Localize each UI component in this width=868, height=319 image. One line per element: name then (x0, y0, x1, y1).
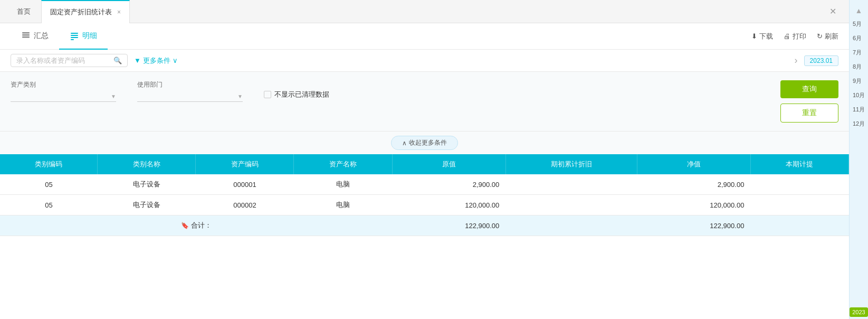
total-icon: 🔖 (181, 222, 189, 229)
active-tab-label: 固定资产折旧统计表 (50, 7, 112, 17)
sidebar-month[interactable]: 9月 (853, 74, 865, 88)
advanced-filter: 资产类别 ▼ 使用部门 ▼ 不显示已清理数据 查询 重置 (0, 72, 849, 132)
tab-summary-label: 汇总 (34, 31, 49, 41)
expand-right-icon[interactable]: › (795, 55, 798, 66)
window-close-button[interactable]: ✕ (825, 4, 841, 18)
svg-rect-0 (22, 34, 30, 36)
total-original: 122,900.00 (392, 215, 505, 236)
svg-rect-2 (22, 32, 30, 34)
col-category-code: 类别编码 (0, 154, 98, 174)
query-button[interactable]: 查询 (780, 80, 838, 98)
cell-current-provision (750, 195, 848, 215)
sidebar-year-badge[interactable]: 2023 (850, 307, 867, 317)
more-filter-button[interactable]: ▼ 更多条件 ∨ (134, 56, 178, 65)
cell-asset-code: 000002 (196, 195, 294, 215)
table-container: 类别编码 类别名称 资产编码 资产名称 原值 期初累计折旧 净值 本期计提 05… (0, 154, 849, 319)
total-label: 🔖合计： (0, 215, 392, 236)
tab-active[interactable]: 固定资产折旧统计表 × (41, 0, 130, 23)
asset-category-label: 资产类别 (11, 80, 116, 89)
svg-rect-4 (71, 35, 78, 36)
svg-rect-6 (71, 39, 74, 40)
tab-detail[interactable]: 明细 (59, 23, 108, 50)
print-label: 打印 (793, 32, 806, 41)
collapse-label: 收起更多条件 (409, 138, 447, 147)
download-button[interactable]: ⬇ 下载 (751, 32, 773, 41)
cell-accumulated (505, 174, 637, 195)
col-category-name: 类别名称 (98, 154, 196, 174)
layers-icon (21, 31, 31, 41)
col-asset-code: 资产编码 (196, 154, 294, 174)
total-row: 🔖合计： 122,900.00 122,900.00 (0, 215, 849, 236)
hide-cleared-row: 不显示已清理数据 (264, 90, 329, 99)
reset-button[interactable]: 重置 (780, 104, 838, 123)
svg-rect-3 (71, 33, 78, 34)
cell-accumulated (505, 195, 637, 215)
sidebar-month[interactable]: 5月 (853, 17, 865, 31)
download-label: 下载 (759, 32, 773, 41)
tab-summary[interactable]: 汇总 (11, 23, 59, 50)
date-badge: 2023.01 (804, 55, 838, 66)
asset-category-field: 资产类别 ▼ (11, 80, 116, 102)
col-accumulated-depreciation: 期初累计折旧 (505, 154, 637, 174)
cell-current-provision (750, 174, 848, 195)
filter-bar: 🔍 ▼ 更多条件 ∨ › 2023.01 (0, 50, 849, 72)
detail-icon (70, 31, 79, 41)
action-buttons: 查询 重置 (780, 80, 838, 123)
col-asset-name: 资产名称 (294, 154, 392, 174)
sidebar-month[interactable]: 7月 (853, 45, 865, 60)
svg-rect-1 (22, 36, 30, 38)
tab-close-icon[interactable]: × (117, 8, 121, 16)
svg-rect-5 (71, 37, 78, 38)
chevron-up-icon: ∧ (402, 139, 407, 147)
use-department-field: 使用部门 ▼ (137, 80, 243, 102)
col-net-value: 净值 (637, 154, 750, 174)
print-button[interactable]: 🖨 打印 (784, 32, 806, 41)
tab-home[interactable]: 首页 (8, 0, 39, 23)
asset-category-arrow: ▼ (111, 93, 116, 99)
table-row[interactable]: 05 电子设备 000002 电脑 120,000.00 120,000.00 (0, 195, 849, 215)
sidebar-month[interactable]: 12月 (853, 117, 865, 131)
search-icon[interactable]: 🔍 (113, 57, 122, 64)
cell-original-value: 2,900.00 (392, 174, 505, 195)
toolbar-right: ⬇ 下载 🖨 打印 ↻ 刷新 (751, 32, 838, 41)
col-current-provision: 本期计提 (750, 154, 848, 174)
sidebar-nav-up-icon[interactable]: ▲ (855, 4, 863, 17)
asset-category-select[interactable]: ▼ (11, 91, 116, 102)
refresh-label: 刷新 (825, 32, 838, 41)
cell-category-code: 05 (0, 174, 98, 195)
sidebar-month[interactable]: 10月 (853, 88, 865, 102)
sub-tab-bar: 汇总 明细 ⬇ 下载 🖨 打印 ↻ (0, 23, 849, 50)
cell-asset-name: 电脑 (294, 195, 392, 215)
total-net: 122,900.00 (637, 215, 750, 236)
sidebar-month[interactable]: 8月 (853, 60, 865, 74)
right-sidebar: ▲ 5月6月7月8月9月10月11月12月 2023 (849, 0, 868, 319)
sidebar-month[interactable]: 6月 (853, 31, 865, 45)
cell-asset-name: 电脑 (294, 174, 392, 195)
cell-category-name: 电子设备 (98, 174, 196, 195)
refresh-button[interactable]: ↻ 刷新 (817, 32, 838, 41)
search-input[interactable] (16, 57, 111, 64)
cell-category-name: 电子设备 (98, 195, 196, 215)
use-department-select[interactable]: ▼ (137, 91, 243, 102)
table-row[interactable]: 05 电子设备 000001 电脑 2,900.00 2,900.00 (0, 174, 849, 195)
use-department-arrow: ▼ (237, 93, 243, 99)
col-original-value: 原值 (392, 154, 505, 174)
cell-net-value: 120,000.00 (637, 195, 750, 215)
cell-category-code: 05 (0, 195, 98, 215)
refresh-icon: ↻ (817, 32, 823, 40)
tab-detail-label: 明细 (82, 31, 97, 41)
total-current (750, 215, 848, 236)
table-header-row: 类别编码 类别名称 资产编码 资产名称 原值 期初累计折旧 净值 本期计提 (0, 154, 849, 174)
data-table: 类别编码 类别名称 资产编码 资产名称 原值 期初累计折旧 净值 本期计提 05… (0, 154, 849, 236)
filter-icon: ▼ (134, 57, 141, 64)
collapse-button[interactable]: ∧ 收起更多条件 (391, 136, 458, 150)
download-icon: ⬇ (751, 32, 757, 40)
more-filter-label: 更多条件 (143, 56, 170, 65)
hide-cleared-label: 不显示已清理数据 (274, 90, 329, 99)
cell-original-value: 120,000.00 (392, 195, 505, 215)
collapse-bar: ∧ 收起更多条件 (0, 132, 849, 154)
use-department-label: 使用部门 (137, 80, 243, 89)
chevron-down-icon: ∨ (173, 57, 178, 64)
sidebar-month[interactable]: 11月 (853, 102, 865, 117)
hide-cleared-checkbox[interactable] (264, 91, 271, 98)
